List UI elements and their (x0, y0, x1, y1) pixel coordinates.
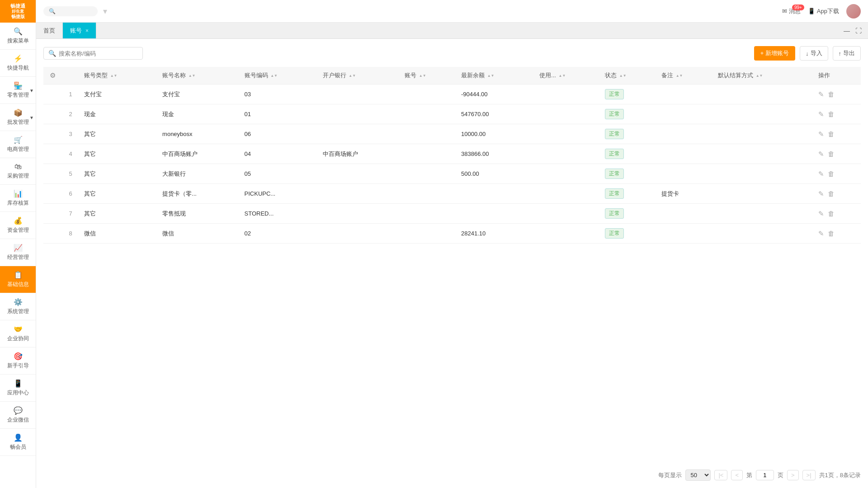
row-remark (657, 124, 713, 144)
sidebar-item-inventory[interactable]: 📊 库存核算 (0, 185, 36, 212)
delete-icon[interactable]: 🗑 (828, 110, 835, 118)
delete-icon[interactable]: 🗑 (828, 210, 835, 217)
header-search[interactable]: 🔍 (43, 6, 98, 16)
search-box[interactable]: 🔍 (43, 47, 143, 60)
row-account-type: 其它 (80, 164, 158, 184)
sidebar-item-app-center[interactable]: 📱 应用中心 (0, 375, 36, 402)
tab-account[interactable]: 账号 × (63, 23, 96, 38)
next-page-button[interactable]: > (787, 470, 799, 480)
table-row: 2 现金 现金 01 547670.00 正常 ✎ 🗑 (43, 104, 861, 124)
delete-icon[interactable]: 🗑 (828, 230, 835, 237)
sidebar-item-label: 畅会员 (10, 443, 26, 451)
sidebar-item-purchase-mgmt[interactable]: 🛍 采购管理 (0, 158, 36, 185)
sort-icon[interactable]: ▲▼ (676, 74, 683, 78)
row-remark (657, 144, 713, 164)
add-account-button[interactable]: + 新增账号 (754, 46, 795, 61)
sort-icon[interactable]: ▲▼ (756, 74, 763, 78)
edit-icon[interactable]: ✎ (818, 110, 824, 118)
page-prefix-label: 第 (746, 471, 752, 479)
edit-icon[interactable]: ✎ (818, 230, 824, 238)
minimize-icon[interactable]: — (842, 25, 852, 36)
sidebar-item-search-menu[interactable]: 🔍 搜索菜单 (0, 23, 36, 50)
sort-icon[interactable]: ▲▼ (559, 74, 566, 78)
first-page-button[interactable]: |< (714, 470, 727, 480)
dropdown-icon[interactable]: ▾ (103, 6, 107, 16)
row-default-payment (713, 184, 814, 204)
app-download-button[interactable]: 📱 App下载 (808, 7, 839, 15)
prev-page-button[interactable]: < (731, 470, 743, 480)
row-account-code: 02 (240, 224, 318, 244)
sort-icon[interactable]: ▲▼ (349, 74, 356, 78)
inventory-icon: 📊 (14, 189, 23, 198)
row-settings-cell (43, 204, 61, 224)
sort-icon[interactable]: ▲▼ (619, 74, 627, 78)
per-page-select[interactable]: 50 100 200 (685, 469, 711, 481)
search-icon: 🔍 (48, 50, 56, 57)
edit-icon[interactable]: ✎ (818, 170, 824, 178)
last-page-button[interactable]: >| (802, 470, 816, 480)
sidebar-item-label: 采购管理 (7, 172, 29, 180)
avatar[interactable] (846, 4, 861, 19)
expand-icon[interactable]: ⛶ (854, 25, 863, 36)
tab-expand-icon[interactable]: — ⛶ (837, 25, 868, 36)
sidebar-item-ops-mgmt[interactable]: 📈 经营管理 (0, 239, 36, 266)
tab-home[interactable]: 首页 (36, 23, 63, 38)
edit-icon[interactable]: ✎ (818, 130, 824, 138)
row-account-no (400, 164, 457, 184)
status-badge: 正常 (605, 228, 624, 239)
import-button[interactable]: ↓ 导入 (800, 46, 828, 61)
sidebar-item-member[interactable]: 👤 畅会员 (0, 429, 36, 456)
delete-icon[interactable]: 🗑 (828, 190, 835, 197)
col-account-type: 账号类型 ▲▼ (80, 67, 158, 84)
edit-icon[interactable]: ✎ (818, 210, 824, 218)
col-account-name-label: 账号名称 (162, 72, 186, 79)
row-bank (318, 184, 400, 204)
quick-nav-icon: ⚡ (14, 54, 23, 63)
row-remark (657, 84, 713, 104)
edit-icon[interactable]: ✎ (818, 90, 824, 99)
sort-icon[interactable]: ▲▼ (487, 74, 495, 78)
sidebar-item-label: 电商管理 (7, 145, 29, 153)
sort-icon[interactable]: ▲▼ (419, 74, 426, 78)
row-account-type: 支付宝 (80, 84, 158, 104)
row-settings-cell (43, 104, 61, 124)
delete-icon[interactable]: 🗑 (828, 170, 835, 178)
tab-close-icon[interactable]: × (85, 28, 89, 34)
sidebar-item-biz-agreement[interactable]: 🤝 企业协同 (0, 320, 36, 347)
sidebar-item-finance-mgmt[interactable]: 💰 资金管理 (0, 212, 36, 239)
column-settings-icon[interactable]: ⚙ (50, 71, 56, 79)
row-account-no (400, 144, 457, 164)
export-button[interactable]: ↑ 导出 (833, 46, 861, 61)
col-account-name: 账号名称 ▲▼ (158, 67, 240, 84)
edit-icon[interactable]: ✎ (818, 150, 824, 158)
row-default-payment (713, 104, 814, 124)
sidebar-item-quick-nav[interactable]: ⚡ 快捷导航 (0, 50, 36, 77)
sidebar-item-sys-mgmt[interactable]: ⚙️ 系统管理 (0, 293, 36, 320)
sidebar-item-newbie[interactable]: 🎯 新手引导 (0, 347, 36, 375)
row-actions: ✎ 🗑 (814, 124, 861, 144)
sort-icon[interactable]: ▲▼ (270, 74, 278, 78)
sidebar-item-basic-info[interactable]: 📋 基础信息 (0, 266, 36, 293)
sort-icon[interactable]: ▲▼ (189, 74, 196, 78)
row-account-no (400, 104, 457, 124)
table-body: 1 支付宝 支付宝 03 -90444.00 正常 ✎ 🗑 2 现金 现金 01 (43, 84, 861, 244)
search-input[interactable] (59, 50, 138, 57)
sidebar-item-label: 系统管理 (7, 308, 29, 315)
message-button[interactable]: ✉ 消息 99+ (782, 7, 801, 15)
sidebar-item-biz-wechat[interactable]: 💬 企业微信 (0, 402, 36, 429)
sidebar-item-label: 新手引导 (7, 362, 29, 370)
delete-icon[interactable]: 🗑 (828, 130, 835, 138)
page-input[interactable]: 1 (756, 470, 774, 480)
row-settings-cell (43, 224, 61, 244)
biz-agreement-icon: 🤝 (14, 325, 23, 333)
sidebar-item-retail-mgmt[interactable]: 🏪 零售管理 ▼ (0, 77, 36, 104)
edit-icon[interactable]: ✎ (818, 190, 824, 198)
sidebar-item-wholesale-mgmt[interactable]: 📦 批发管理 ▼ (0, 104, 36, 131)
row-index: 5 (61, 164, 80, 184)
col-settings: ⚙ (43, 67, 61, 84)
delete-icon[interactable]: 🗑 (828, 90, 835, 98)
delete-icon[interactable]: 🗑 (828, 150, 835, 158)
col-account-code-label: 账号编码 (245, 72, 268, 79)
sort-icon[interactable]: ▲▼ (110, 74, 118, 78)
sidebar-item-ecommerce-mgmt[interactable]: 🛒 电商管理 (0, 131, 36, 158)
